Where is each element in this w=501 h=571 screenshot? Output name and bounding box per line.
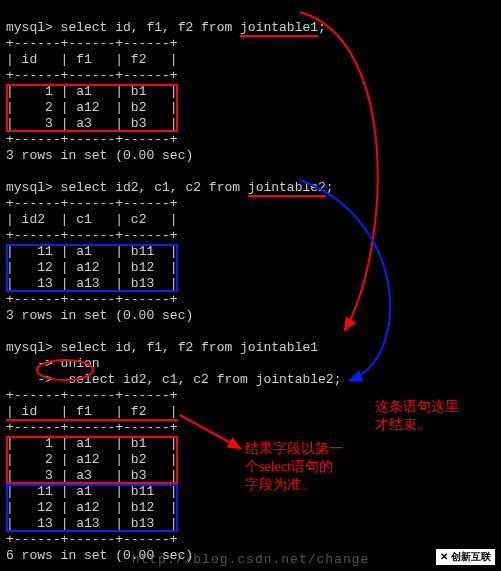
result-footer: 3 rows in set (0.00 sec) bbox=[6, 308, 193, 323]
watermark: http://blog.csdn.net/change bbox=[0, 552, 501, 567]
result-block-2: | 11 | a1 | b11 | | 12 | a12 | b12 | | 1… bbox=[6, 244, 178, 292]
sql-line: select id2, c1, c2 from jointable2; bbox=[61, 180, 334, 197]
annotation-note-1: 这条语句这里 才结束。 bbox=[375, 398, 459, 434]
prompt: mysql> bbox=[6, 20, 61, 35]
union-keyword: union bbox=[61, 356, 100, 371]
result-block-3a: | 1 | a1 | b1 | | 2 | a12 | b2 | | 3 | a… bbox=[6, 436, 178, 484]
result-footer: 3 rows in set (0.00 sec) bbox=[6, 148, 193, 163]
sql-line: select id2, c1, c2 from jointable2; bbox=[68, 372, 341, 387]
result-block-1: | 1 | a1 | b1 | | 2 | a12 | b2 | | 3 | a… bbox=[6, 84, 178, 132]
sql-line: select id, f1, f2 from jointable1 bbox=[61, 340, 318, 355]
sql-line: select id, f1, f2 from jointable1; bbox=[61, 20, 326, 37]
result-block-3b: | 11 | a1 | b11 | | 12 | a12 | b12 | | 1… bbox=[6, 484, 178, 532]
result-header-union: | id | f1 | f2 | bbox=[6, 404, 178, 421]
table-name: jointable1 bbox=[240, 20, 318, 37]
logo-badge: ✕ 创新互联 bbox=[436, 549, 495, 565]
annotation-note-2: 结果字段以第一 个select语句的 字段为准。 bbox=[245, 440, 343, 494]
prompt: mysql> bbox=[6, 340, 61, 355]
table-name: jointable2 bbox=[248, 180, 326, 197]
prompt: mysql> bbox=[6, 180, 61, 195]
